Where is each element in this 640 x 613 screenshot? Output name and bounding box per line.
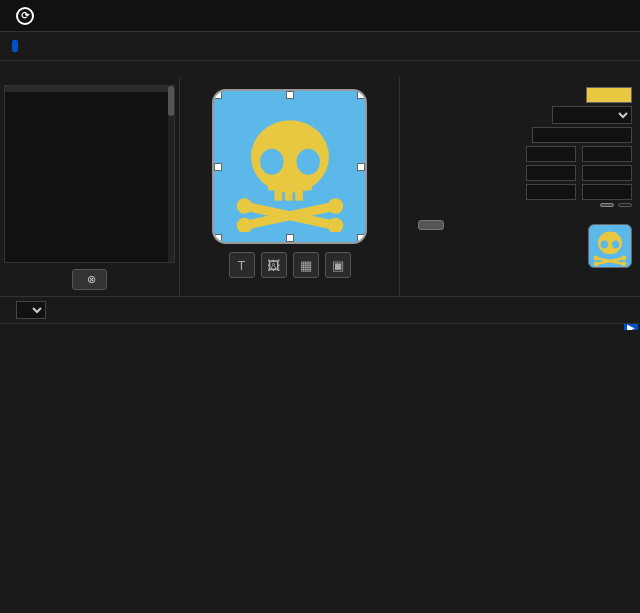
scale-y-input[interactable] (582, 184, 632, 200)
resize-handle-bm[interactable] (286, 234, 294, 242)
inspector-panel (400, 77, 640, 296)
fit-options (600, 203, 632, 207)
resize-handle-ml[interactable] (214, 163, 222, 171)
category-bar (0, 297, 640, 324)
size-h-input[interactable] (582, 165, 632, 181)
svg-point-26 (622, 256, 627, 261)
compose-tools: T 🖼 ▦ ▣ (229, 252, 351, 278)
font-row (408, 106, 632, 124)
clear-all-button[interactable]: ⊗ (72, 269, 107, 290)
position-x-input[interactable] (526, 146, 576, 162)
preview-skull-image (590, 226, 630, 266)
preview-section (588, 220, 632, 268)
color-swatch[interactable] (586, 87, 632, 103)
scale-row (408, 184, 632, 200)
header: ⟳ (0, 0, 640, 32)
layers-panel: ⊗ (0, 77, 180, 296)
welcome-banner (0, 32, 640, 61)
resize-handle-tr[interactable] (357, 91, 365, 99)
fit-row (408, 203, 632, 207)
size-w-input[interactable] (526, 165, 576, 181)
tool-rect[interactable]: ▦ (293, 252, 319, 278)
position-row (408, 146, 632, 162)
tool-image[interactable]: 🖼 (261, 252, 287, 278)
resize-handle-mr[interactable] (357, 163, 365, 171)
fit-height-btn[interactable] (618, 203, 632, 207)
preview-thumbnail (588, 224, 632, 268)
resize-handle-tl[interactable] (214, 91, 222, 99)
svg-rect-8 (284, 190, 292, 200)
resize-handle-br[interactable] (357, 234, 365, 242)
layers-scroll-thumb[interactable] (168, 86, 174, 116)
svg-point-2 (296, 148, 319, 174)
color-row (408, 87, 632, 103)
svg-point-17 (601, 240, 608, 248)
skull-image (225, 102, 355, 232)
save-key-button[interactable] (418, 220, 444, 230)
svg-point-18 (612, 240, 619, 248)
live-link[interactable] (12, 40, 18, 52)
icon-grid (0, 324, 640, 330)
inspector-bottom (408, 214, 632, 268)
resize-handle-bl[interactable] (214, 234, 222, 242)
workspace: ⊗ (0, 77, 640, 297)
position-y-input[interactable] (582, 146, 632, 162)
layers-list (4, 85, 175, 263)
svg-point-1 (260, 148, 283, 174)
angle-input[interactable] (532, 127, 632, 143)
fit-width-btn[interactable] (600, 203, 614, 207)
resize-handle-tm[interactable] (286, 91, 294, 99)
svg-point-12 (236, 198, 252, 214)
layer-rect0[interactable] (5, 92, 174, 98)
svg-rect-6 (267, 182, 311, 190)
svg-point-25 (594, 256, 599, 261)
scale-x-input[interactable] (526, 184, 576, 200)
logo-icon: ⟳ (16, 7, 34, 25)
clear-all-icon: ⊗ (87, 273, 96, 286)
font-select[interactable] (552, 106, 632, 124)
tabs (0, 61, 640, 77)
tool-shape[interactable]: ▣ (325, 252, 351, 278)
layers-scrollbar (168, 86, 174, 262)
logo: ⟳ (12, 7, 34, 25)
icon-grid-container: ▶ (0, 324, 640, 330)
bottom-section: ▶ (0, 324, 640, 330)
category-select[interactable] (16, 301, 46, 319)
compose-panel: T 🖼 ▦ ▣ (180, 77, 400, 296)
svg-rect-9 (295, 190, 303, 200)
svg-point-13 (327, 198, 343, 214)
layers-bottom: ⊗ (4, 263, 175, 292)
grid-arrow-right[interactable]: ▶ (624, 324, 638, 330)
compose-canvas[interactable] (212, 89, 367, 244)
svg-rect-7 (274, 190, 282, 200)
tool-text[interactable]: T (229, 252, 255, 278)
angle-row (408, 127, 632, 143)
size-row (408, 165, 632, 181)
svg-rect-22 (603, 251, 617, 253)
